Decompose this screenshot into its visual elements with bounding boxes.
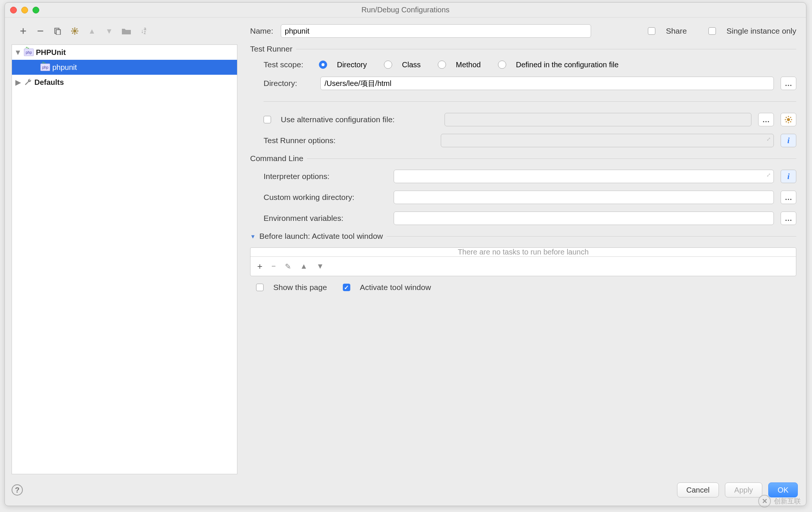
add-config-icon[interactable] [18,26,28,36]
phpunit-icon: php [24,49,34,56]
interpreter-options-input[interactable] [394,170,774,183]
help-button[interactable]: ? [12,484,23,496]
tree-group-defaults[interactable]: ▶ Defaults [12,75,237,90]
before-launch-tasks: There are no tasks to run before launch … [250,247,796,276]
apply-button[interactable]: Apply [725,482,762,497]
sort-icon[interactable]: ↓az [139,26,148,36]
section-title-label: Command Line [250,154,303,163]
copy-config-icon[interactable] [53,26,62,36]
svg-rect-0 [38,31,43,32]
env-label: Environment variables: [264,214,387,223]
info-icon[interactable]: i [781,170,796,183]
scope-method-radio[interactable] [438,61,446,69]
scope-class-radio[interactable] [384,61,392,69]
scope-config-label: Defined in the configuration file [516,61,619,69]
name-input[interactable] [281,24,591,38]
name-label: Name: [250,27,273,36]
svg-line-9 [76,33,77,34]
scope-directory-radio[interactable] [319,61,327,69]
svg-line-8 [72,28,73,30]
single-instance-checkbox[interactable] [708,27,716,35]
env-input[interactable] [394,212,774,225]
browse-directory-button[interactable]: … [781,77,796,90]
svg-line-19 [790,117,791,118]
info-icon[interactable]: i [781,134,796,147]
svg-line-18 [790,121,791,122]
edit-task-icon[interactable]: ✎ [285,262,291,271]
main-panel: Name: Share Single instance only Test Ru… [240,18,806,477]
expand-icon[interactable]: ⤢ [766,136,771,142]
move-up-icon[interactable]: ▲ [87,26,97,36]
window-traffic-lights [10,7,39,13]
config-tree[interactable]: ▼ php PHPUnit php phpunit ▶ Defaults [12,44,237,474]
section-title-label: Before launch: Activate tool window [259,232,383,241]
scope-method-label: Method [456,61,481,69]
svg-line-11 [72,33,73,34]
runner-options-input[interactable] [441,134,774,147]
scope-config-radio[interactable] [498,61,506,69]
remove-task-icon[interactable]: − [271,262,276,271]
activate-tool-window-checkbox[interactable] [343,284,350,291]
watermark: ✕ 创新互联 [758,495,801,508]
section-before-launch[interactable]: ▼ Before launch: Activate tool window [250,232,796,241]
svg-line-10 [76,28,77,30]
move-down-icon[interactable]: ▼ [104,26,114,36]
alt-config-input[interactable] [445,113,751,126]
test-scope-label: Test scope: [264,60,303,69]
svg-line-17 [786,117,787,118]
window-title: Run/Debug Configurations [5,6,806,14]
move-up-icon[interactable]: ▲ [300,262,308,271]
show-this-page-checkbox[interactable] [256,284,264,291]
section-test-runner: Test Runner [250,44,796,53]
watermark-icon: ✕ [758,495,771,508]
browse-alt-config-button[interactable]: … [758,113,774,126]
scope-class-label: Class [402,61,421,69]
tree-group-label: Defaults [34,78,64,87]
tree-item-phpunit[interactable]: php phpunit [12,60,237,75]
before-launch-toolbar: + − ✎ ▲ ▼ [250,256,796,276]
tree-group-phpunit[interactable]: ▼ php PHPUnit [12,45,237,60]
before-launch-empty-text: There are no tasks to run before launch [250,248,796,256]
directory-label: Directory: [264,79,314,88]
expand-icon[interactable]: ▶ [14,78,22,87]
tree-item-label: phpunit [52,63,77,72]
wrench-icon [24,77,32,87]
scope-directory-label: Directory [337,61,367,69]
cancel-button[interactable]: Cancel [677,482,719,497]
share-checkbox[interactable] [648,27,655,35]
share-label: Share [666,27,687,36]
tree-group-label: PHPUnit [36,48,66,57]
expand-icon[interactable]: ⤢ [766,172,771,178]
folder-icon[interactable] [122,26,131,36]
browse-env-button[interactable]: … [781,212,796,225]
settings-icon[interactable] [70,26,80,36]
interpreter-options-label: Interpreter options: [264,172,387,181]
watermark-text: 创新互联 [774,497,801,506]
close-window-icon[interactable] [10,7,17,13]
collapse-icon[interactable]: ▼ [250,233,256,240]
dialog-footer: ? Cancel Apply OK [5,477,806,506]
phpunit-icon: php [40,64,50,71]
runner-options-label: Test Runner options: [264,136,434,145]
cwd-label: Custom working directory: [264,193,387,202]
move-down-icon[interactable]: ▼ [317,262,324,271]
zoom-window-icon[interactable] [33,7,39,13]
remove-config-icon[interactable] [36,26,45,36]
svg-line-20 [786,121,787,122]
activate-tool-window-label: Activate tool window [360,283,431,292]
minimize-window-icon[interactable] [21,7,28,13]
section-command-line: Command Line [250,154,796,163]
alt-config-checkbox[interactable] [264,116,271,123]
titlebar: Run/Debug Configurations [5,3,806,18]
sidebar-toolbar: ▲ ▼ ↓az [12,22,237,40]
svg-point-3 [73,30,77,33]
add-task-icon[interactable]: + [257,261,262,272]
browse-cwd-button[interactable]: … [781,191,796,204]
gear-icon[interactable] [781,113,796,126]
svg-point-12 [787,118,790,121]
directory-input[interactable] [320,77,774,90]
single-instance-label: Single instance only [726,27,796,36]
run-debug-config-dialog: Run/Debug Configurations ▲ ▼ ↓az ▼ php P… [4,2,806,506]
collapse-icon[interactable]: ▼ [14,48,22,57]
cwd-input[interactable] [394,191,774,204]
